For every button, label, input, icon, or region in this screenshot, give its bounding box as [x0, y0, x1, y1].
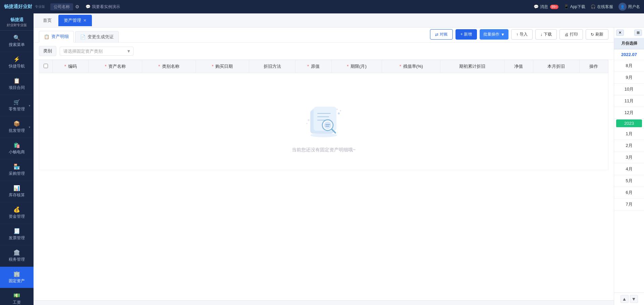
- asset-detail-icon: 📋: [44, 34, 49, 39]
- import-icon: ↑: [516, 32, 518, 37]
- main-panel: 📋 资产明细 📄 变更生成凭证 ⇄ 对账: [34, 28, 614, 305]
- svg-point-0: [310, 133, 337, 137]
- table-col-monthly-depreciation: 本月折旧: [533, 60, 579, 73]
- print-button[interactable]: 🖨 打印: [559, 29, 583, 40]
- demo-link[interactable]: 💬 我要看实例演示: [86, 4, 120, 10]
- online-service-btn[interactable]: 🎧 在线客服: [591, 4, 613, 10]
- quick-nav-icon: ⚡: [13, 56, 20, 62]
- sidebar-item-quick-nav[interactable]: ⚡ 快捷导航: [0, 52, 34, 73]
- change-voucher-icon: 📄: [80, 35, 86, 40]
- sidebar-item-fixed-assets[interactable]: 🏢 固定资产: [0, 267, 34, 288]
- table-wrapper: * 编码 * 资产名称 * 类别名称: [34, 60, 614, 300]
- month-item-8[interactable]: 8月: [614, 60, 644, 72]
- select-all-checkbox[interactable]: [44, 64, 48, 68]
- month-item-4[interactable]: 4月: [614, 163, 644, 175]
- month-item-1[interactable]: 1月: [614, 128, 644, 140]
- message-badge: 99+: [550, 5, 558, 9]
- table-header-row: * 编码 * 资产名称 * 类别名称: [39, 60, 608, 73]
- refresh-button[interactable]: ↻ 刷新: [586, 29, 608, 40]
- month-item-5[interactable]: 5月: [614, 175, 644, 187]
- content-area: 首页 资产管理 ✕ 📋 资产明细 📄: [34, 13, 644, 305]
- import-button[interactable]: ↑ 导入: [511, 29, 533, 40]
- empty-text: 当前您还没有固定资产明细哦~: [292, 147, 356, 153]
- sub-tab-asset-detail[interactable]: 📋 资产明细: [39, 31, 74, 43]
- batch-arrow-icon: ▼: [501, 32, 505, 37]
- settings-icon[interactable]: ⚙: [75, 4, 79, 9]
- add-button[interactable]: + 新增: [455, 29, 477, 40]
- bottom-scrollbar[interactable]: [34, 300, 614, 305]
- batch-ops-button[interactable]: 批量操作 ▼: [480, 29, 508, 40]
- user-avatar[interactable]: 👤 用户名: [619, 3, 640, 11]
- page-content: 📋 资产明细 📄 变更生成凭证 ⇄ 对账: [34, 28, 644, 305]
- table-col-net-value: 净值: [504, 60, 533, 73]
- table-col-operation: 操作: [579, 60, 608, 73]
- category-select[interactable]: 请选择固定资产类别 房屋建筑物 机器设备 运输工具 电子设备 其他: [60, 47, 133, 56]
- month-item-12[interactable]: 12月: [614, 107, 644, 119]
- retail-icon: 🛒: [13, 99, 20, 105]
- refresh-icon: ↻: [591, 32, 594, 37]
- sidebar-item-project[interactable]: 📋 项目合同: [0, 73, 34, 95]
- message-icon: 💬: [534, 4, 539, 9]
- month-item-11[interactable]: 11月: [614, 95, 644, 107]
- sub-tab-toolbar: 📋 资产明细 📄 变更生成凭证 ⇄ 对账: [34, 28, 614, 43]
- sub-tab-change-voucher[interactable]: 📄 变更生成凭证: [75, 31, 119, 42]
- reconcile-icon: ⇄: [435, 32, 438, 37]
- download-icon: ↓: [540, 32, 542, 37]
- month-picker-header: 月份选择: [614, 38, 644, 49]
- inventory-icon: 📊: [13, 185, 20, 191]
- table-col-period-months: * 期限(月): [331, 60, 382, 73]
- panel-close-btn[interactable]: ✕: [616, 30, 624, 36]
- tab-close-icon[interactable]: ✕: [83, 18, 87, 23]
- download-button[interactable]: ↓ 下载: [535, 29, 557, 40]
- download-icon: 📱: [564, 4, 569, 9]
- month-item-year-2023[interactable]: 2023: [616, 119, 642, 128]
- reconcile-button[interactable]: ⇄ 对账: [430, 29, 453, 40]
- sidebar-item-purchase[interactable]: 🏪 采购管理: [0, 159, 34, 181]
- svg-point-13: [340, 110, 341, 111]
- month-item-2[interactable]: 2月: [614, 140, 644, 152]
- sidebar-item-inventory[interactable]: 📊 库存核算: [0, 181, 34, 202]
- tab-home[interactable]: 首页: [38, 15, 57, 26]
- sidebar-item-tax[interactable]: 🏛️ 税务管理: [0, 245, 34, 267]
- sidebar-item-retail[interactable]: 🛒 零售管理: [0, 95, 34, 116]
- sidebar-item-invoice[interactable]: 🧾 发票管理: [0, 224, 34, 245]
- svg-point-8: [324, 121, 331, 129]
- month-prev-btn[interactable]: ▲: [621, 295, 629, 303]
- month-item-9[interactable]: 9月: [614, 72, 644, 84]
- month-item-6[interactable]: 6月: [614, 187, 644, 199]
- sidebar-item-search[interactable]: 🔍 搜索菜单: [0, 31, 34, 52]
- panel-expand-btn[interactable]: ⊞: [634, 30, 642, 36]
- month-list: 2022.07 8月 9月 10月 11月 12月 2023 1月 2月 3月 …: [614, 49, 644, 293]
- tab-asset-mgmt[interactable]: 资产管理 ✕: [58, 15, 92, 26]
- logo-title: 畅捷通: [3, 17, 31, 23]
- month-item-7[interactable]: 7月: [614, 199, 644, 210]
- table-col-category-name: * 类别名称: [142, 60, 196, 73]
- app-download-btn[interactable]: 📱 App下载: [564, 4, 585, 10]
- sidebar-item-wholesale[interactable]: 📦 批发管理: [0, 116, 34, 138]
- month-next-btn[interactable]: ▼: [630, 295, 638, 303]
- empty-state-cell: 当前您还没有固定资产明细哦~: [39, 73, 608, 170]
- table-col-asset-name: * 资产名称: [89, 60, 142, 73]
- month-item-current-year[interactable]: 2022.07: [614, 49, 644, 60]
- month-item-3[interactable]: 3月: [614, 152, 644, 163]
- tax-icon: 🏛️: [13, 249, 20, 256]
- month-item-10[interactable]: 10月: [614, 84, 644, 95]
- month-picker-nav: ▲ ▼: [614, 293, 644, 305]
- table-col-purchase-date: * 购买日期: [196, 60, 249, 73]
- svg-point-15: [308, 119, 310, 121]
- month-picker-panel: ✕ ⊞ 月份选择 2022.07 8月 9月 10月 11月 12月 20: [614, 28, 644, 305]
- project-icon: 📋: [13, 78, 20, 84]
- sidebar-item-ecommerce[interactable]: 🛍️ 小畅电商: [0, 138, 34, 159]
- empty-illustration: [304, 103, 344, 140]
- table-col-code: * 编码: [53, 60, 89, 73]
- sidebar-item-salary[interactable]: 💵 工资: [0, 288, 34, 305]
- company-name[interactable]: 公司名称: [50, 3, 73, 10]
- top-bar-right: 💬 消息 99+ 📱 App下载 🎧 在线客服 👤 用户名: [534, 3, 640, 11]
- table-col-checkbox: [39, 60, 53, 73]
- ecommerce-icon: 🛍️: [13, 142, 20, 148]
- fixed-assets-icon: 🏢: [13, 271, 20, 277]
- table-col-depreciation-method: 折旧方法: [249, 60, 296, 73]
- message-btn[interactable]: 💬 消息 99+: [534, 4, 558, 10]
- sidebar-item-finance[interactable]: 💰 资金管理: [0, 202, 34, 224]
- category-filter-wrapper[interactable]: 请选择固定资产类别 房屋建筑物 机器设备 运输工具 电子设备 其他 ▼: [60, 47, 133, 56]
